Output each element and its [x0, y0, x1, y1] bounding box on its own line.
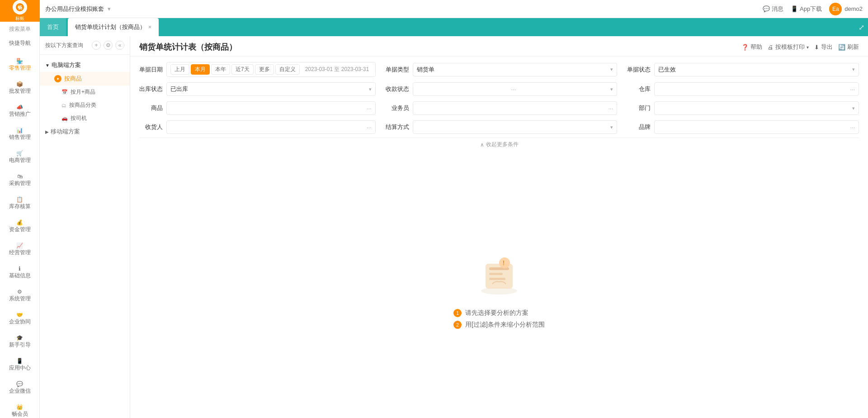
- empty-tip-2: 2 用[过滤]条件来缩小分析范围: [453, 321, 545, 329]
- filter-area: 单据日期 上月 本月 本年 近7天 更多 自定义 2023-03-01 至 20…: [130, 57, 868, 157]
- export-btn[interactable]: ⬇ 导出: [814, 43, 833, 51]
- receipt-chevron: ▾: [610, 86, 613, 92]
- sidebar-item-retail[interactable]: 🏪 零售管理: [0, 53, 40, 76]
- date-btn-this-month[interactable]: 本月: [191, 64, 210, 75]
- app-download-btn[interactable]: 📱 App下载: [791, 5, 822, 13]
- tab-home[interactable]: 首页: [40, 18, 66, 36]
- print-btn[interactable]: 🖨 按模板打印 ▾: [768, 43, 809, 51]
- receiver-select[interactable]: ···: [166, 120, 376, 134]
- settings-icon: ⚙: [106, 42, 111, 48]
- sidebar-item-sales[interactable]: 📊 销售管理: [0, 123, 40, 146]
- month-goods-icon: 📅: [61, 89, 68, 95]
- collapse-filter-btn[interactable]: ∧ 收起更多条件: [139, 138, 859, 151]
- dropdown-icon[interactable]: ▾: [108, 5, 111, 12]
- sidebar-item-inventory[interactable]: 📋 库存核算: [0, 192, 40, 215]
- sidebar-item-purchase[interactable]: 🛍 采购管理: [0, 169, 40, 192]
- title-actions: ❓ 帮助 🖨 按模板打印 ▾ ⬇ 导出 🔄 刷新: [741, 43, 859, 51]
- bill-type-label: 单据类型: [381, 66, 413, 74]
- sidebar-item-basic-info[interactable]: ℹ 基础信息: [0, 261, 40, 284]
- top-header: 办公用品行业模拟账套 ▾ 💬 消息 📱 App下载 Ea demo2: [40, 0, 868, 18]
- maximize-icon: ⤢: [859, 24, 864, 31]
- warehouse-select[interactable]: ···: [654, 82, 859, 96]
- bill-type-select[interactable]: 销货单 ▾: [413, 63, 618, 76]
- sidebar-item-wholesale[interactable]: 📦 批发管理: [0, 76, 40, 100]
- download-icon: 📱: [791, 5, 798, 12]
- tree-item-month-goods[interactable]: 📅 按月+商品: [40, 86, 130, 99]
- inventory-icon: 📋: [16, 196, 23, 203]
- date-btn-more[interactable]: 更多: [255, 64, 274, 75]
- username: demo2: [844, 5, 863, 12]
- tab-maximize-btn[interactable]: ⤢: [859, 23, 864, 32]
- date-btn-custom[interactable]: 自定义: [275, 64, 300, 75]
- goods-category-icon: 🗂: [61, 103, 66, 108]
- sidebar-item-operations[interactable]: 📈 经营管理: [0, 238, 40, 261]
- department-item: 部门 ▾: [623, 101, 859, 115]
- user-profile[interactable]: Ea demo2: [829, 3, 863, 15]
- salesperson-item: 业务员 ···: [381, 101, 618, 115]
- sidebar-item-marketing[interactable]: 📣 营销推广: [0, 100, 40, 123]
- date-filter-item: 单据日期 上月 本月 本年 近7天 更多 自定义 2023-03-01 至 20…: [139, 62, 376, 77]
- add-scheme-btn[interactable]: +: [92, 41, 101, 50]
- svg-point-7: [499, 257, 510, 268]
- sidebar-item-app-center[interactable]: 📱 应用中心: [0, 353, 40, 376]
- sidebar-item-new-guide[interactable]: 🎓 新手引导: [0, 330, 40, 353]
- goods-select[interactable]: ···: [166, 101, 376, 115]
- bill-type-chevron: ▾: [610, 66, 613, 72]
- date-filter-control[interactable]: 上月 本月 本年 近7天 更多 自定义 2023-03-01 至 2023-03…: [166, 62, 376, 77]
- date-btn-last-month[interactable]: 上月: [170, 64, 189, 75]
- salesperson-select[interactable]: ···: [413, 101, 618, 115]
- empty-illustration: !: [472, 246, 526, 300]
- salesperson-label: 业务员: [381, 104, 413, 112]
- system-icon: ⚙: [17, 289, 22, 295]
- settings-scheme-btn[interactable]: ⚙: [104, 41, 113, 50]
- desktop-group[interactable]: ▼ 电脑端方案: [40, 58, 130, 72]
- date-btn-this-year[interactable]: 本年: [211, 64, 230, 75]
- bill-type-value: 销货单: [417, 66, 434, 74]
- sidebar-item-ecommerce[interactable]: 🛒 电商管理: [0, 146, 40, 169]
- date-btn-7days[interactable]: 近7天: [231, 64, 254, 75]
- sidebar-item-member[interactable]: 👑 畅会员: [0, 399, 40, 418]
- tree-item-driver[interactable]: 🚗 按司机: [40, 112, 130, 125]
- tree-item-by-goods[interactable]: ● 按商品: [40, 72, 130, 86]
- purchase-icon: 🛍: [17, 173, 23, 180]
- refresh-icon: 🔄: [838, 44, 845, 51]
- sidebar-item-finance[interactable]: 💰 资金管理: [0, 215, 40, 238]
- quick-nav[interactable]: 快捷导航: [9, 37, 31, 50]
- date-btns: 上月 本月 本年 近7天 更多 自定义: [170, 64, 300, 75]
- receipt-status-select[interactable]: ··· ▾: [413, 82, 618, 96]
- payment-method-select[interactable]: ▾: [413, 120, 618, 134]
- help-icon: ❓: [741, 44, 749, 51]
- out-status-select[interactable]: 已出库 ▾: [166, 82, 376, 96]
- app-logo[interactable]: 畅 标账: [0, 0, 40, 22]
- help-btn[interactable]: ❓ 帮助: [741, 43, 762, 51]
- search-menu[interactable]: 搜索菜单: [9, 22, 31, 37]
- warehouse-label: 仓库: [623, 85, 654, 93]
- sidebar-item-system[interactable]: ⚙ 系统管理: [0, 284, 40, 307]
- goods-label: 商品: [139, 104, 166, 112]
- basic-info-icon: ℹ: [19, 266, 21, 272]
- brand-item: 品牌 ···: [623, 120, 859, 134]
- page-title-bar: 销货单统计计表（按商品） ❓ 帮助 🖨 按模板打印 ▾ ⬇ 导出: [130, 36, 868, 57]
- empty-state: ! 1 请先选择要分析的方案 2 用[过滤]条件来缩小分析范围: [130, 157, 868, 418]
- receiver-item: 收货人 ···: [139, 120, 376, 134]
- goods-dots: ···: [367, 105, 372, 112]
- mobile-group[interactable]: ▶ 移动端方案: [40, 125, 130, 138]
- content-area: 按以下方案查询 + ⚙ « ▼ 电脑端方案: [40, 36, 868, 418]
- member-icon: 👑: [16, 404, 23, 410]
- goods-item: 商品 ···: [139, 101, 376, 115]
- bill-status-select[interactable]: 已生效 ▾: [654, 63, 859, 76]
- brand-select[interactable]: ···: [654, 120, 859, 134]
- print-dropdown-icon: ▾: [807, 45, 809, 50]
- sidebar-item-enterprise-wechat[interactable]: 💬 企业微信: [0, 376, 40, 399]
- tree-section: ▼ 电脑端方案 ● 按商品 📅 按月+商品 🗂 按商品分类: [40, 55, 130, 142]
- department-select[interactable]: ▾: [654, 101, 859, 115]
- tab-sales-stats[interactable]: 销货单统计计划（按商品） ×: [68, 18, 159, 36]
- refresh-btn[interactable]: 🔄 刷新: [838, 43, 859, 51]
- collapse-panel-btn[interactable]: «: [115, 41, 124, 50]
- tree-item-goods-category[interactable]: 🗂 按商品分类: [40, 99, 130, 112]
- message-btn[interactable]: 💬 消息: [763, 5, 783, 13]
- enterprise-wechat-icon: 💬: [16, 381, 23, 387]
- chevron-right-icon: ▶: [45, 129, 49, 134]
- tab-close-btn[interactable]: ×: [148, 24, 151, 30]
- sidebar-item-enterprise-collab[interactable]: 🤝 企业协同: [0, 307, 40, 330]
